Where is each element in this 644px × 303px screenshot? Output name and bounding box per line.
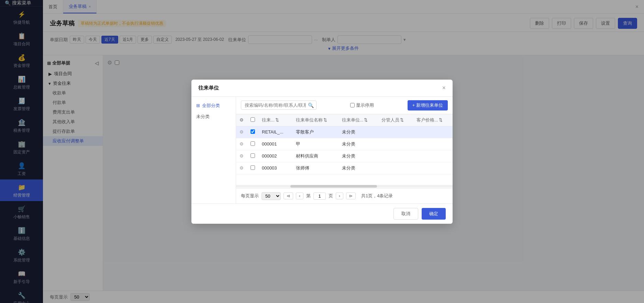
page-label: 第 <box>306 193 311 199</box>
row-code: 000001 <box>258 138 292 150</box>
row-price <box>413 150 453 162</box>
row-price <box>413 138 453 150</box>
partner-table: ⚙ 往来... ⇅ <box>236 114 453 174</box>
table-row[interactable]: ⚙ RETAIL_... 零散客户 未分类 <box>236 126 453 138</box>
dialog-actions: 取消 确定 <box>191 203 453 224</box>
row-checkbox[interactable] <box>251 129 255 134</box>
dialog-body: ⊞ 全部分类 未分类 🔍 显示停用 <box>191 97 453 203</box>
sort-icon: ⇅ <box>275 117 279 123</box>
row-checkbox[interactable] <box>251 165 255 170</box>
dialog-overlay: 往来单位 × ⊞ 全部分类 未分类 🔍 <box>0 0 644 303</box>
search-icon: 🔍 <box>308 103 314 108</box>
total-text: 共1页，4条记录 <box>361 193 393 199</box>
row-code: RETAIL_... <box>258 126 292 138</box>
row-settings[interactable]: ⚙ <box>236 138 247 150</box>
table-select-all-th[interactable] <box>247 114 258 126</box>
row-checkbox-cell[interactable] <box>247 150 258 162</box>
dialog-toolbar: 🔍 显示停用 + 新增往来单位 <box>236 97 453 114</box>
row-checkbox[interactable] <box>251 141 255 146</box>
table-scrollbar[interactable] <box>236 185 453 188</box>
row-checkbox-cell[interactable] <box>247 162 258 174</box>
first-page-btn[interactable]: ⊲ <box>284 193 293 199</box>
row-name: 零散客户 <box>292 126 338 138</box>
row-code: 000003 <box>258 162 292 174</box>
table-row[interactable]: ⚙ 000002 材料供应商 未分类 <box>236 150 453 162</box>
row-settings[interactable]: ⚙ <box>236 162 247 174</box>
table-row[interactable]: ⚙ 000003 张师傅 未分类 <box>236 162 453 174</box>
dialog-close-button[interactable]: × <box>442 84 446 92</box>
show-disabled-checkbox[interactable] <box>350 103 355 107</box>
row-manager <box>378 150 413 162</box>
search-wrap: 🔍 <box>241 101 317 110</box>
table-settings-th[interactable]: ⚙ <box>236 114 247 126</box>
row-price <box>413 162 453 174</box>
row-category: 未分类 <box>338 138 378 150</box>
row-category: 未分类 <box>338 150 378 162</box>
row-manager <box>378 126 413 138</box>
dialog-sidebar-uncategorized[interactable]: 未分类 <box>191 111 236 122</box>
prev-page-btn[interactable]: ‹ <box>296 193 303 199</box>
current-page-input[interactable] <box>313 193 326 200</box>
row-checkbox-cell[interactable] <box>247 138 258 150</box>
dialog-title: 往来单位 <box>198 85 219 91</box>
row-manager <box>378 162 413 174</box>
col-name[interactable]: 往来单位名称 ⇅ <box>292 114 338 126</box>
row-category: 未分类 <box>338 162 378 174</box>
dialog-sidebar-all[interactable]: ⊞ 全部分类 <box>191 100 236 111</box>
grid-icon: ⊞ <box>196 103 200 108</box>
row-manager <box>378 138 413 150</box>
dialog-sidebar: ⊞ 全部分类 未分类 <box>191 97 236 203</box>
sort-icon: ⇅ <box>400 117 404 123</box>
show-disabled-wrap: 显示停用 <box>350 102 374 108</box>
col-code[interactable]: 往来... ⇅ <box>258 114 292 126</box>
row-settings[interactable]: ⚙ <box>236 150 247 162</box>
show-disabled-label: 显示停用 <box>356 102 374 108</box>
confirm-button[interactable]: 确定 <box>422 208 446 220</box>
add-partner-button[interactable]: + 新增往来单位 <box>408 100 448 110</box>
row-name: 甲 <box>292 138 338 150</box>
row-checkbox[interactable] <box>251 153 255 158</box>
row-price <box>413 126 453 138</box>
table-select-all[interactable] <box>251 117 255 122</box>
row-category: 未分类 <box>338 126 378 138</box>
sort-icon: ⇅ <box>364 117 368 123</box>
partner-search-input[interactable] <box>241 101 317 110</box>
page-size-select[interactable]: 50 100 <box>262 192 281 200</box>
table-row[interactable]: ⚙ 000001 甲 未分类 <box>236 138 453 150</box>
cancel-button[interactable]: 取消 <box>393 208 418 220</box>
pagination: 每页显示 50 100 ⊲ ‹ 第 页 › ⊳ 共1页，4条记录 <box>236 188 453 203</box>
row-name: 材料供应商 <box>292 150 338 162</box>
col-manager[interactable]: 分管人员 ⇅ <box>378 114 413 126</box>
page-size-label: 每页显示 <box>241 193 259 199</box>
dialog-table-wrap: ⚙ 往来... ⇅ <box>236 114 453 185</box>
col-category[interactable]: 往来单位... ⇅ <box>338 114 378 126</box>
col-price[interactable]: 客户价格... ⇅ <box>413 114 453 126</box>
scrollbar-thumb <box>290 185 377 188</box>
row-checkbox-cell[interactable] <box>247 126 258 138</box>
sort-icon: ⇅ <box>323 117 327 123</box>
row-name: 张师傅 <box>292 162 338 174</box>
sort-icon: ⇅ <box>439 117 443 123</box>
partner-dialog: 往来单位 × ⊞ 全部分类 未分类 🔍 <box>191 80 453 224</box>
row-code: 000002 <box>258 150 292 162</box>
page-unit: 页 <box>329 193 333 199</box>
row-settings[interactable]: ⚙ <box>236 126 247 138</box>
dialog-main: 🔍 显示停用 + 新增往来单位 ⚙ <box>236 97 453 203</box>
last-page-btn[interactable]: ⊳ <box>346 193 356 199</box>
dialog-header: 往来单位 × <box>191 80 453 97</box>
next-page-btn[interactable]: › <box>336 193 343 199</box>
